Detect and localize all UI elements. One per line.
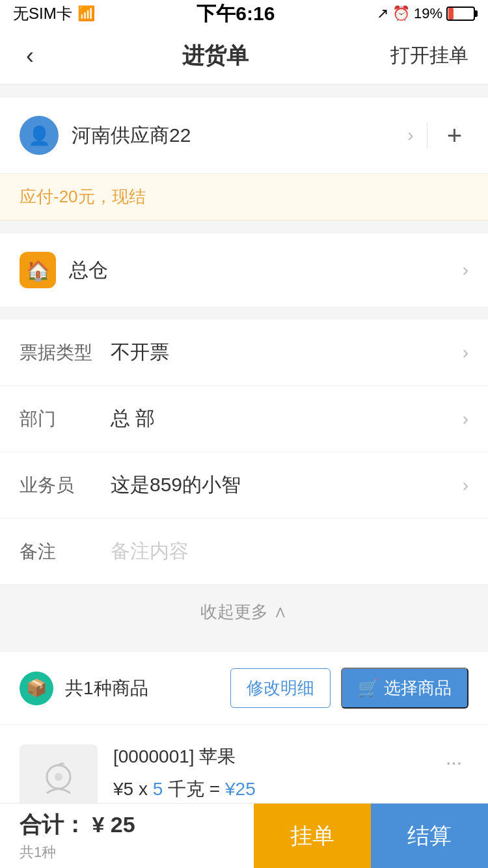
- battery-icon: [446, 7, 475, 21]
- cart-icon: 🛒: [358, 678, 379, 698]
- products-header: 📦 共1种商品 修改明细 🛒 选择商品: [0, 652, 488, 725]
- divider-2: [0, 306, 488, 319]
- top-divider: [0, 85, 488, 98]
- collapse-button[interactable]: 收起更多 ∧: [0, 585, 488, 639]
- divider-3: [0, 639, 488, 652]
- nav-bar: ‹ 进货单 打开挂单: [0, 27, 488, 85]
- supplier-card: 👤 河南供应商22 › + 应付-20元，现结: [0, 98, 488, 221]
- warehouse-row[interactable]: 🏠 总仓 ›: [0, 234, 488, 306]
- location-icon: ↗: [377, 5, 388, 22]
- supplier-row[interactable]: 👤 河南供应商22 › +: [0, 98, 488, 174]
- supplier-avatar: 👤: [20, 116, 59, 155]
- bottom-bar: 合计： ¥ 25 共1种 挂单 结算: [0, 803, 488, 868]
- department-chevron-icon: ›: [463, 409, 468, 429]
- back-button[interactable]: ‹: [20, 36, 40, 76]
- battery-percentage: 19%: [414, 5, 442, 22]
- salesman-value: 这是859的小智: [98, 472, 463, 498]
- total-amount: 合计： ¥ 25: [20, 810, 234, 840]
- product-equals: =: [210, 779, 225, 799]
- products-icon-symbol: 📦: [26, 678, 47, 698]
- department-label: 部门: [20, 407, 98, 431]
- product-multiply: x: [139, 779, 153, 799]
- avatar-icon: 👤: [28, 125, 51, 146]
- hang-button[interactable]: 挂单: [254, 804, 371, 868]
- svg-point-1: [55, 773, 62, 781]
- supplier-divider: [427, 122, 427, 148]
- status-bar: 无SIM卡 📶 下午6:16 ↗ ⏰ 19%: [0, 0, 488, 27]
- department-row[interactable]: 部门 总 部 ›: [0, 386, 488, 452]
- product-unit-price: ¥5: [113, 779, 133, 799]
- select-product-button[interactable]: 🛒 选择商品: [341, 668, 468, 709]
- remark-label: 备注: [20, 539, 98, 564]
- salesman-label: 业务员: [20, 473, 98, 498]
- invoice-value: 不开票: [98, 339, 463, 366]
- products-icon: 📦: [20, 671, 53, 705]
- page-title: 进货单: [182, 41, 249, 71]
- product-name: [0000001] 苹果: [113, 744, 439, 769]
- select-product-label: 选择商品: [384, 677, 452, 699]
- open-pending-button[interactable]: 打开挂单: [390, 42, 468, 69]
- product-total: ¥25: [225, 779, 256, 799]
- product-more-button[interactable]: ···: [439, 744, 468, 780]
- wifi-icon: 📶: [77, 5, 95, 22]
- edit-detail-button[interactable]: 修改明细: [230, 668, 331, 708]
- salesman-row[interactable]: 业务员 这是859的小智 ›: [0, 452, 488, 519]
- total-section: 合计： ¥ 25 共1种: [0, 810, 254, 862]
- supplier-name: 河南供应商22: [72, 122, 407, 149]
- total-value: ¥ 25: [92, 812, 135, 837]
- salesman-chevron-icon: ›: [463, 475, 468, 496]
- divider-1: [0, 221, 488, 234]
- total-label: 合计：: [20, 812, 86, 837]
- checkout-button[interactable]: 结算: [371, 804, 488, 868]
- carrier-label: 无SIM卡: [13, 3, 72, 24]
- product-title: 苹果: [199, 746, 236, 766]
- status-time: 下午6:16: [197, 1, 275, 27]
- collapse-label: 收起更多 ∧: [200, 601, 287, 623]
- status-right: ↗ ⏰ 19%: [377, 5, 475, 22]
- warehouse-name: 总仓: [69, 257, 463, 284]
- form-card: 票据类型 不开票 › 部门 总 部 › 业务员 这是859的小智 › 备注 备注…: [0, 319, 488, 585]
- total-count: 共1种: [20, 843, 234, 862]
- product-info: [0000001] 苹果 ¥5 x 5 千克 = ¥25: [113, 744, 439, 802]
- invoice-label: 票据类型: [20, 340, 98, 365]
- product-id: [0000001]: [113, 746, 195, 766]
- remark-input[interactable]: 备注内容: [98, 538, 468, 565]
- warehouse-card: 🏠 总仓 ›: [0, 234, 488, 306]
- remark-row[interactable]: 备注 备注内容: [0, 519, 488, 585]
- warehouse-icon: 🏠: [20, 252, 56, 288]
- invoice-row[interactable]: 票据类型 不开票 ›: [0, 319, 488, 386]
- status-left: 无SIM卡 📶: [13, 3, 95, 24]
- invoice-chevron-icon: ›: [463, 342, 468, 363]
- product-unit: 千克: [168, 779, 204, 799]
- supplier-chevron-icon: ›: [407, 125, 413, 146]
- product-price-row: ¥5 x 5 千克 = ¥25: [113, 777, 439, 802]
- department-value: 总 部: [98, 405, 463, 432]
- product-placeholder-icon: [33, 757, 85, 809]
- add-supplier-button[interactable]: +: [441, 121, 468, 150]
- products-count: 共1种商品: [65, 676, 230, 701]
- product-quantity: 5: [153, 779, 163, 799]
- alarm-icon: ⏰: [392, 5, 410, 22]
- supplier-notice: 应付-20元，现结: [0, 174, 488, 221]
- warehouse-chevron-icon: ›: [463, 260, 468, 280]
